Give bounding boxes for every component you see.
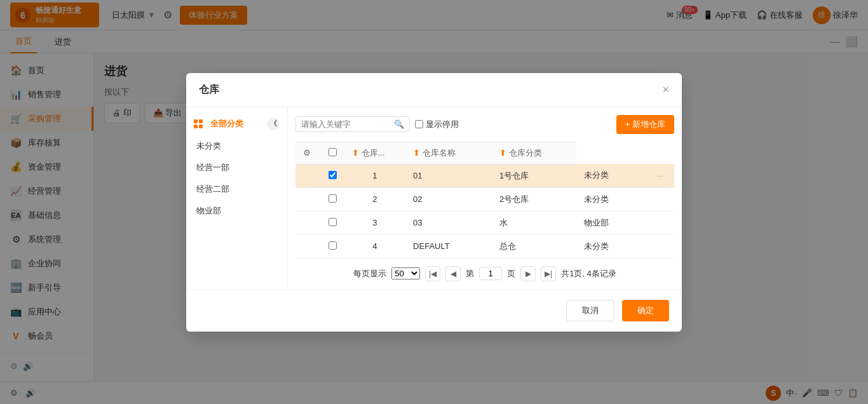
category-header: 全部分类 《 <box>186 112 287 135</box>
row-actions-cell <box>649 234 674 258</box>
page-label: 第 <box>466 268 474 279</box>
sort-icon-cat: ⬆ <box>499 148 506 158</box>
first-page-button[interactable]: |◀ <box>425 266 440 281</box>
table-toolbar: 🔍 显示停用 + 新增仓库 <box>295 115 674 134</box>
sort-icon-name: ⬆ <box>413 148 420 158</box>
row-category-cell: 物业部 <box>576 211 649 234</box>
row-checkbox[interactable] <box>329 241 337 250</box>
row-settings-cell <box>295 187 321 211</box>
grid-icon <box>194 119 203 128</box>
dialog-body: 全部分类 《 未分类 经营一部 经营二部 物业部 🔍 <box>186 107 682 289</box>
show-disabled-label: 显示停用 <box>415 119 459 130</box>
row-settings-cell <box>295 211 321 234</box>
per-page-select[interactable]: 50 100 200 <box>391 267 420 279</box>
table-row[interactable]: 4 DEFAULT 总仓 未分类 <box>295 234 674 258</box>
row-actions-cell <box>649 187 674 211</box>
row-actions-cell: ··· <box>649 164 674 187</box>
row-name-cell: 水 <box>492 211 576 234</box>
table-panel: 🔍 显示停用 + 新增仓库 ⚙ <box>288 107 682 289</box>
col-header-check <box>321 142 344 164</box>
row-category-cell: 未分类 <box>576 187 649 211</box>
row-category-cell: 未分类 <box>576 164 649 187</box>
col-header-gear: ⚙ <box>295 142 321 164</box>
category-panel: 全部分类 《 未分类 经营一部 经营二部 物业部 <box>186 107 288 289</box>
category-item-property[interactable]: 物业部 <box>186 200 287 222</box>
row-code-cell: DEFAULT <box>405 234 492 258</box>
prev-page-button[interactable]: ◀ <box>445 266 461 281</box>
collapse-button[interactable]: 《 <box>267 118 280 130</box>
last-page-button[interactable]: ▶| <box>541 266 556 281</box>
dialog-header: 仓库 × <box>186 73 682 107</box>
col-header-category: ⬆仓库分类 <box>492 142 576 164</box>
category-item-unclassified[interactable]: 未分类 <box>186 135 287 157</box>
warehouse-dialog: 仓库 × 全部分类 《 未分类 经营一部 经营二部 物业部 <box>186 73 682 332</box>
table-row[interactable]: 1 01 1号仓库 未分类 ··· <box>295 164 674 187</box>
search-box: 🔍 <box>295 116 410 132</box>
category-item-sales1[interactable]: 经营一部 <box>186 157 287 178</box>
row-check-cell <box>321 234 344 258</box>
total-info: 共1页, 4条记录 <box>561 268 616 279</box>
row-settings-cell <box>295 234 321 258</box>
warehouse-table: ⚙ ⬆仓库... ⬆仓库名称 <box>295 142 674 259</box>
confirm-button[interactable]: 确定 <box>622 300 669 321</box>
row-more-icon[interactable]: ··· <box>656 171 663 180</box>
search-icon[interactable]: 🔍 <box>394 119 404 129</box>
dialog-close-button[interactable]: × <box>662 84 669 95</box>
row-category-cell: 未分类 <box>576 234 649 258</box>
page-suffix: 页 <box>507 268 515 279</box>
row-checkbox[interactable] <box>329 194 337 203</box>
row-checkbox[interactable] <box>329 218 337 226</box>
col-header-name: ⬆仓库名称 <box>405 142 492 164</box>
page-number-input[interactable] <box>479 267 502 280</box>
table-row[interactable]: 2 02 2号仓库 未分类 <box>295 187 674 211</box>
row-name-cell: 总仓 <box>492 234 576 258</box>
row-code-cell: 01 <box>405 164 492 187</box>
row-num-cell: 3 <box>344 211 405 234</box>
dialog-overlay: 仓库 × 全部分类 《 未分类 经营一部 经营二部 物业部 <box>0 0 868 404</box>
row-check-cell <box>321 211 344 234</box>
row-name-cell: 1号仓库 <box>492 164 576 187</box>
table-row[interactable]: 3 03 水 物业部 <box>295 211 674 234</box>
search-input[interactable] <box>301 119 390 129</box>
dialog-footer: 取消 确定 <box>186 289 682 332</box>
gear-col-icon[interactable]: ⚙ <box>303 148 311 158</box>
row-settings-cell <box>295 164 321 187</box>
col-header-code: ⬆仓库... <box>344 142 405 164</box>
add-warehouse-button[interactable]: + 新增仓库 <box>616 115 674 134</box>
row-actions-cell <box>649 211 674 234</box>
row-check-cell <box>321 187 344 211</box>
pagination: 每页显示 50 100 200 |◀ ◀ 第 页 ▶ ▶| 共1页, 4条记录 <box>295 266 674 281</box>
row-code-cell: 02 <box>405 187 492 211</box>
dialog-title: 仓库 <box>199 83 219 97</box>
row-num-cell: 4 <box>344 234 405 258</box>
row-code-cell: 03 <box>405 211 492 234</box>
per-page-label: 每页显示 <box>353 268 386 279</box>
sort-icon-code: ⬆ <box>352 148 359 158</box>
category-item-sales2[interactable]: 经营二部 <box>186 178 287 200</box>
next-page-button[interactable]: ▶ <box>520 266 536 281</box>
show-disabled-checkbox[interactable] <box>415 120 423 128</box>
row-checkbox[interactable] <box>329 171 337 179</box>
select-all-checkbox[interactable] <box>329 148 337 156</box>
row-check-cell <box>321 164 344 187</box>
row-name-cell: 2号仓库 <box>492 187 576 211</box>
row-num-cell: 2 <box>344 187 405 211</box>
cancel-button[interactable]: 取消 <box>566 300 614 321</box>
row-num-cell: 1 <box>344 164 405 187</box>
